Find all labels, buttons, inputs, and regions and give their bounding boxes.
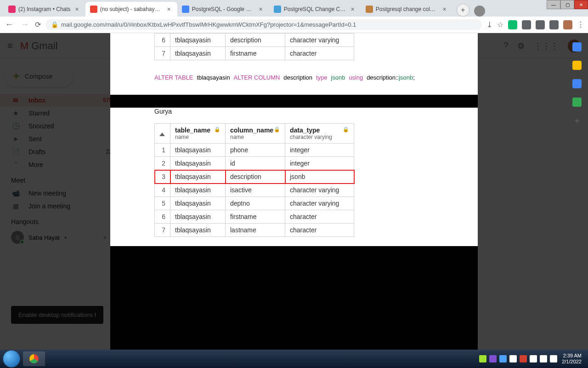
tab-title: (no subject) - sabahayatkha	[100, 6, 163, 12]
table-row: 6tblaqsayasindescriptioncharacter varyin…	[155, 34, 354, 47]
tray-icon[interactable]	[540, 355, 547, 362]
table-row: 1tblaqsayasinphoneinteger	[155, 144, 354, 157]
extension-icons	[508, 20, 572, 29]
extension-icon[interactable]	[549, 20, 559, 29]
tab-title: Postgresql change column	[376, 6, 438, 12]
browser-tab[interactable]: (no subject) - sabahayatkha ×	[85, 2, 177, 17]
tab-title: PostgreSQL Change Colum	[284, 6, 346, 12]
browser-tab[interactable]: PostgreSQL Change Colum ×	[269, 2, 361, 17]
tray-icon[interactable]	[520, 355, 527, 362]
install-app-icon[interactable]: ⤓	[486, 20, 492, 29]
nav-forward[interactable]: →	[19, 20, 30, 29]
system-tray: 2:39 AM 2/1/2022	[479, 353, 585, 365]
browser-tab[interactable]: (2) Instagram • Chats ×	[4, 2, 85, 17]
extension-icon[interactable]	[536, 20, 545, 29]
extension-icon[interactable]	[522, 20, 531, 29]
nav-reload[interactable]: ⟳	[35, 20, 41, 29]
side-panel-icon[interactable]	[572, 98, 582, 107]
tab-close-icon[interactable]: ×	[74, 6, 81, 13]
url-text: mail.google.com/mail/u/0/#inbox/KtbxLwHP…	[61, 21, 356, 28]
chrome-menu-icon[interactable]: ⋮	[577, 20, 584, 29]
side-panel-add[interactable]: +	[574, 116, 580, 126]
side-panel-icon[interactable]	[572, 42, 582, 52]
url-box[interactable]: 🔒 mail.google.com/mail/u/0/#inbox/KtbxLw…	[45, 19, 482, 30]
db-table-1: 6tblaqsayasindescriptioncharacter varyin…	[154, 33, 354, 60]
window-close[interactable]: ✕	[574, 0, 588, 9]
tab-favicon	[366, 6, 373, 13]
lock-icon: 🔒	[51, 21, 58, 28]
tab-close-icon[interactable]: ×	[257, 6, 265, 13]
side-panel-icon[interactable]	[572, 61, 582, 70]
browser-tab[interactable]: PostgreSQL - Google Docs ×	[177, 2, 269, 17]
tray-icon[interactable]	[530, 355, 537, 362]
table-row: 3tblaqsayasindescriptionjsonb	[155, 170, 354, 184]
table-row: 4tblaqsayasinisactivecharacter varying	[155, 184, 354, 197]
new-tab-button[interactable]: +	[457, 4, 469, 17]
browser-tab[interactable]: Postgresql change column ×	[361, 2, 453, 17]
db-table-2: table_name🔒name column_name🔒name data_ty…	[154, 123, 354, 237]
table-row: 7tblaqsayasinlastnamecharacter	[155, 224, 354, 237]
tab-favicon	[8, 6, 16, 13]
tab-close-icon[interactable]: ×	[349, 6, 356, 13]
tab-favicon	[90, 6, 97, 13]
extension-icon[interactable]	[563, 20, 572, 29]
start-button[interactable]	[3, 350, 20, 368]
bookmark-star-icon[interactable]: ☆	[497, 20, 503, 29]
tray-icon[interactable]	[489, 355, 497, 362]
tab-favicon	[274, 6, 281, 13]
table-header-row: table_name🔒name column_name🔒name data_ty…	[155, 124, 354, 144]
browser-tab-bar: (2) Instagram • Chats × (no subject) - s…	[0, 0, 588, 17]
attachment-lightbox: 6tblaqsayasindescriptioncharacter varyin…	[110, 33, 478, 350]
profile-chip[interactable]	[474, 6, 485, 17]
tray-icon[interactable]	[499, 355, 507, 362]
tab-close-icon[interactable]: ×	[441, 6, 448, 13]
sql-statement: ALTER TABLE tblaqsayasin ALTER COLUMN de…	[154, 74, 478, 81]
tab-title: PostgreSQL - Google Docs	[192, 6, 254, 12]
window-minimize[interactable]: —	[547, 0, 560, 9]
table-row: 6tblaqsayasinfirstnamecharacter	[155, 210, 354, 224]
tab-close-icon[interactable]: ×	[165, 6, 173, 13]
address-bar: ← → ⟳ 🔒 mail.google.com/mail/u/0/#inbox/…	[0, 17, 588, 33]
side-panel-icon[interactable]	[572, 79, 582, 88]
tray-icon[interactable]	[509, 355, 517, 362]
window-maximize[interactable]: ▢	[560, 0, 574, 9]
tray-icon[interactable]	[479, 355, 486, 362]
nav-back[interactable]: ←	[4, 20, 15, 29]
image-panel-2: Gurya table_name🔒name column_name🔒name d…	[110, 108, 478, 246]
tab-title: (2) Instagram • Chats	[18, 6, 71, 12]
image-panel-1: 6tblaqsayasindescriptioncharacter varyin…	[110, 33, 478, 95]
table-row: 7tblaqsayasinfirstnamecharacter	[155, 47, 354, 60]
table-row: 5tblaqsayasindeptnocharacter varying	[155, 197, 354, 210]
side-panel-rail: +	[566, 33, 588, 350]
table-row: 2tblaqsayasinidinteger	[155, 157, 354, 170]
taskbar-chrome[interactable]	[23, 351, 45, 366]
windows-taskbar: 2:39 AM 2/1/2022	[0, 350, 588, 368]
taskbar-clock[interactable]: 2:39 AM 2/1/2022	[562, 353, 585, 365]
panel-caption: Gurya	[154, 108, 478, 115]
tab-favicon	[182, 6, 189, 13]
tray-icon[interactable]	[550, 355, 557, 362]
extension-icon[interactable]	[508, 20, 517, 29]
window-controls: — ▢ ✕	[547, 0, 588, 9]
